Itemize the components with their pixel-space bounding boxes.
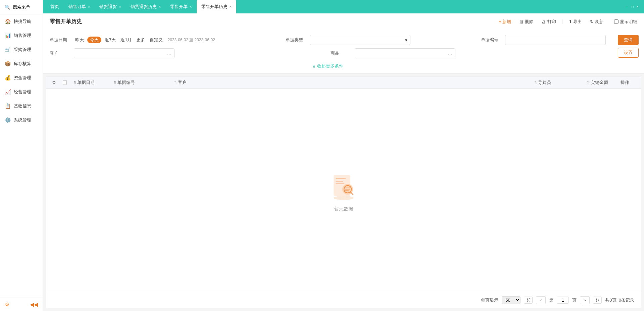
th-amount-label: 实销金额	[591, 80, 608, 86]
next-page-btn[interactable]: ＞	[580, 296, 590, 304]
sidebar-label-business: 经营管理	[14, 89, 31, 95]
last-page-btn[interactable]: ⟩⟩	[593, 297, 602, 304]
th-action: 操作	[611, 80, 638, 86]
maximize-button[interactable]: □	[631, 4, 634, 9]
th-number[interactable]: ⇅ 单据编号	[110, 80, 171, 86]
refresh-button[interactable]: ↻ 刷新	[588, 17, 606, 26]
empty-state: 暂无数据	[46, 89, 641, 292]
tab-retail-open-history[interactable]: 零售开单历史×	[197, 0, 236, 13]
page-size-select[interactable]: 50 10 20 100	[502, 296, 521, 304]
tab-retail-open[interactable]: 零售开单×	[165, 0, 196, 13]
th-customer[interactable]: ⇅ 客户	[171, 80, 531, 86]
show-detail-checkbox[interactable]: 显示明细	[614, 19, 637, 25]
date-opt-today[interactable]: 今天	[87, 37, 101, 43]
search-menu-label: 搜索采单	[13, 4, 30, 10]
header-checkbox[interactable]	[63, 80, 67, 85]
sidebar-icon-purchase-mgmt: 🛒	[5, 47, 11, 53]
top-nav-right: － □ ×	[625, 4, 641, 10]
search-menu-item[interactable]: 🔍 搜索采单	[0, 0, 43, 14]
sidebar-label-quick-nav: 快捷导航	[14, 18, 31, 24]
th-settings[interactable]: ⚙	[49, 80, 59, 85]
tab-close-sales-return[interactable]: ×	[119, 5, 121, 9]
th-guide-label: 导购员	[538, 80, 551, 86]
number-filter-label: 单据编号	[481, 37, 500, 43]
page-word: 第	[549, 297, 553, 303]
tab-label-retail-open-history: 零售开单历史	[201, 4, 228, 10]
customer-ellipsis-icon[interactable]: ...	[167, 50, 171, 56]
date-opt-custom[interactable]: 自定义	[148, 37, 164, 43]
goods-select[interactable]: ...	[355, 48, 455, 58]
query-button[interactable]: 查询	[618, 35, 639, 45]
th-action-label: 操作	[621, 80, 629, 86]
sidebar-item-sys-mgmt[interactable]: ⚙️ 系统管理	[0, 113, 43, 127]
divider-1	[562, 19, 562, 24]
first-page-btn[interactable]: ⟨⟨	[524, 297, 533, 304]
tab-close-sales-return-history[interactable]: ×	[159, 5, 161, 9]
close-window-button[interactable]: ×	[636, 4, 639, 9]
th-amount[interactable]: ⇅ 实销金额	[571, 80, 611, 86]
show-detail-input[interactable]	[614, 19, 618, 24]
tab-close-retail-open-history[interactable]: ×	[230, 5, 232, 9]
filter-area: 单据日期 昨天 今天 近7天 近1月 更多 自定义 2023-06-02 至 2…	[43, 30, 612, 73]
date-opt-more[interactable]: 更多	[135, 37, 146, 43]
prev-page-btn[interactable]: ＜	[536, 296, 546, 304]
page-title: 零售开单历史	[50, 18, 82, 25]
th-date[interactable]: ⇅ 单据日期	[70, 80, 110, 86]
tab-label-sales-return: 销货退货	[99, 4, 117, 10]
svg-rect-4	[336, 183, 344, 184]
add-button[interactable]: + 新增	[497, 17, 513, 26]
number-input[interactable]	[505, 35, 606, 45]
sidebar-icon-inventory: 📦	[5, 61, 11, 67]
tab-close-retail-open[interactable]: ×	[190, 5, 192, 9]
tab-sales-order[interactable]: 销售订单×	[64, 0, 95, 13]
sidebar-item-purchase-mgmt[interactable]: 🛒 采购管理	[0, 43, 43, 57]
customer-filter-label: 客户	[50, 50, 68, 56]
delete-button[interactable]: 🗑 删除	[517, 17, 536, 26]
date-opt-yesterday[interactable]: 昨天	[74, 37, 85, 43]
sidebar-item-business[interactable]: 📈 经营管理	[0, 85, 43, 99]
page-header: 零售开单历史 + 新增 🗑 删除 🖨 打印 ⬆ 导出 ↻ 刷新 显示明细	[43, 13, 644, 30]
sidebar-menu: 🏠 快捷导航📊 销售管理🛒 采购管理📦 库存核算💰 资金管理📈 经营管理📋 基础…	[0, 14, 43, 298]
sidebar-item-inventory[interactable]: 📦 库存核算	[0, 57, 43, 71]
date-opt-1month[interactable]: 近1月	[119, 37, 133, 43]
goods-ellipsis-icon[interactable]: ...	[448, 50, 452, 56]
svg-rect-2	[336, 178, 346, 179]
empty-text: 暂无数据	[334, 206, 353, 212]
sort-icon-g: ⇅	[534, 81, 537, 84]
collapse-more-btn[interactable]: ∧ 收起更多条件	[50, 62, 606, 70]
tab-sales-return[interactable]: 销货退货×	[95, 0, 126, 13]
sidebar-icon-quick-nav: 🏠	[5, 18, 11, 24]
th-check[interactable]	[59, 80, 70, 85]
tab-home[interactable]: 首页	[46, 0, 64, 13]
settings-icon[interactable]: ⚙	[5, 301, 9, 308]
sidebar-item-quick-nav[interactable]: 🏠 快捷导航	[0, 14, 43, 29]
tab-sales-return-history[interactable]: 销货退货历史×	[126, 0, 165, 13]
customer-select[interactable]: ...	[74, 48, 175, 58]
top-nav: 首页销售订单×销货退货×销货退货历史×零售开单×零售开单历史× － □ ×	[43, 0, 644, 13]
export-button[interactable]: ⬆ 导出	[566, 17, 584, 26]
type-filter-label: 单据类型	[286, 37, 304, 43]
sidebar: 🔍 搜索采单 🏠 快捷导航📊 销售管理🛒 采购管理📦 库存核算💰 资金管理📈 经…	[0, 0, 43, 311]
type-select-arrow: ▾	[405, 38, 407, 43]
print-button[interactable]: 🖨 打印	[540, 17, 558, 26]
settings-button[interactable]: 设置	[618, 48, 639, 58]
sidebar-icon-sales-mgmt: 📊	[5, 33, 11, 39]
sidebar-label-finance: 资金管理	[14, 75, 31, 81]
tab-label-sales-return-history: 销货退货历史	[131, 4, 157, 10]
per-page-label: 每页显示	[481, 297, 498, 303]
minimize-button[interactable]: －	[625, 4, 629, 10]
tab-close-sales-order[interactable]: ×	[88, 5, 90, 9]
th-guide[interactable]: ⇅ 导购员	[531, 80, 571, 86]
sidebar-item-finance[interactable]: 💰 资金管理	[0, 71, 43, 85]
collapse-sidebar-icon[interactable]: ◀◀	[30, 301, 38, 308]
type-select[interactable]: ▾	[310, 35, 410, 45]
sidebar-item-base-info[interactable]: 📋 基础信息	[0, 99, 43, 113]
sidebar-item-sales-mgmt[interactable]: 📊 销售管理	[0, 29, 43, 43]
sidebar-icon-business: 📈	[5, 89, 11, 95]
total-text: 共0页, 0条记录	[605, 297, 634, 303]
date-opt-7days[interactable]: 近7天	[103, 37, 117, 43]
sidebar-footer: ⚙ ◀◀	[0, 298, 43, 311]
page-input[interactable]	[557, 297, 569, 304]
sidebar-icon-base-info: 📋	[5, 103, 11, 109]
page-label: 页	[572, 297, 577, 303]
